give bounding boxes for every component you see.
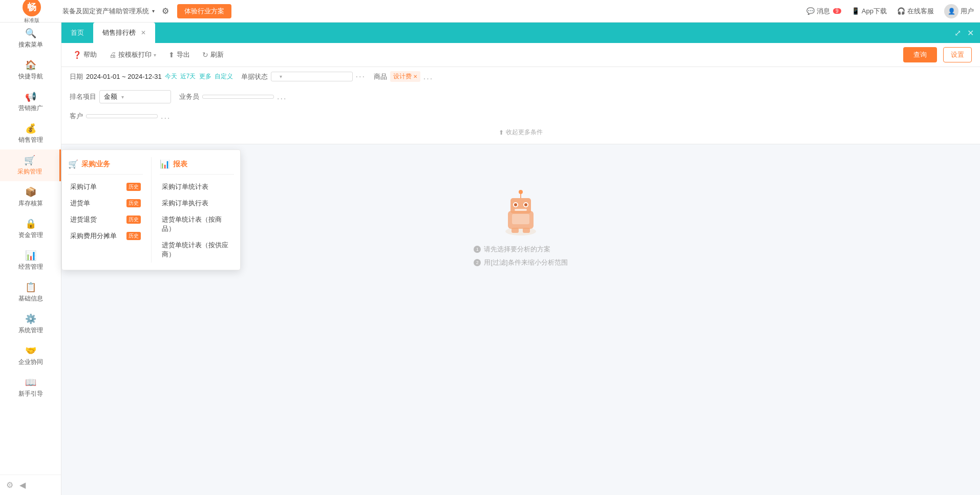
goods-dots[interactable]: ... <box>423 72 433 81</box>
print-icon: 🖨 <box>109 51 116 59</box>
report-col: 📊 报表 采购订单统计表 采购订单执行表 进货单统计表（按商品） <box>154 157 241 263</box>
purchase-order-exec-item[interactable]: 采购订单执行表 <box>160 195 235 211</box>
sidebar-collapse-icon[interactable]: ◀ <box>19 480 26 490</box>
customer-dots[interactable]: ... <box>161 112 171 121</box>
purchase-icon: 🛒 <box>24 155 35 166</box>
purchase-expense-item[interactable]: 采购费用分摊单 历史 <box>68 228 143 244</box>
purchase-order-item[interactable]: 采购订单 历史 <box>68 179 143 195</box>
sidebar-item-enterprise[interactable]: 🤝 企业协同 <box>0 340 61 372</box>
doc-status-dots[interactable]: ··· <box>356 72 366 81</box>
tab-home[interactable]: 首页 <box>61 23 93 43</box>
sidebar: 🔍 搜索菜单 🏠 快捷导航 📢 营销推广 💰 销售管理 🛒 采购管理 <box>0 23 61 495</box>
sidebar-item-inventory[interactable]: 📦 库存核算 <box>0 181 61 213</box>
export-icon: ⬆ <box>168 51 175 59</box>
purchase-order-stat-item[interactable]: 采购订单统计表 <box>160 179 235 195</box>
date-range-control[interactable]: 2024-01-01 ~ 2024-12-31 <box>86 73 162 80</box>
date-shortcut-7days[interactable]: 近7天 <box>180 72 196 81</box>
sidebar-item-nav[interactable]: 🏠 快捷导航 <box>0 54 61 86</box>
goods-return-history: 历史 <box>126 216 141 224</box>
goods-stat-by-supplier-item[interactable]: 进货单统计表（按供应商） <box>160 237 235 263</box>
guide-icon: 📖 <box>25 377 36 388</box>
title-settings-icon[interactable]: ⚙ <box>162 6 169 16</box>
svg-rect-9 <box>515 209 527 211</box>
search-icon: 🔍 <box>25 28 36 39</box>
filter-rank-value: 金额 <box>104 92 117 101</box>
empty-illustration <box>495 185 546 236</box>
sidebar-item-guide[interactable]: 📖 新手引导 <box>0 372 61 403</box>
online-service-label: 在线客服 <box>907 7 934 16</box>
filter-salesperson-control[interactable] <box>202 95 274 99</box>
sidebar-label-enterprise: 企业协同 <box>18 358 43 367</box>
sidebar-item-system[interactable]: ⚙️ 系统管理 <box>0 308 61 340</box>
purchase-dropdown-menu: 🛒 采购业务 采购订单 历史 进货单 历史 进货退货 <box>61 149 241 270</box>
report-col-label: 报表 <box>173 160 187 169</box>
goods-stat-by-goods-label: 进货单统计表（按商品） <box>162 215 232 233</box>
filter-rank-item: 排名项目 金额 ▾ <box>70 90 171 103</box>
user-item[interactable]: 👤 用户 <box>944 4 974 18</box>
export-button[interactable]: ⬆ 导出 <box>165 48 193 61</box>
business-col-title: 🛒 采购业务 <box>68 157 143 175</box>
sidebar-label-operations: 经营管理 <box>18 263 43 271</box>
business-col: 🛒 采购业务 采购订单 历史 进货单 历史 进货退货 <box>62 157 149 263</box>
filter-rank-control[interactable]: 金额 ▾ <box>99 90 171 103</box>
message-badge: 9 <box>833 8 841 14</box>
sidebar-item-sales[interactable]: 💰 销售管理 <box>0 118 61 149</box>
filter-doc-status-control[interactable]: ▾ <box>271 72 353 81</box>
goods-stat-by-goods-item[interactable]: 进货单统计表（按商品） <box>160 211 235 237</box>
date-shortcut-more[interactable]: 更多 <box>199 72 211 81</box>
online-service-item[interactable]: 🎧 在线客服 <box>897 7 934 16</box>
goods-receipt-label: 进货单 <box>70 199 90 208</box>
tab-close-all-icon[interactable]: ✕ <box>965 26 976 40</box>
inventory-icon: 📦 <box>25 186 36 198</box>
tab-close-icon[interactable]: ✕ <box>141 29 146 36</box>
sidebar-label-inventory: 库存核算 <box>18 199 43 208</box>
app-title-area: 装备及固定资产辅助管理系统 ▾ ⚙ <box>62 6 169 16</box>
report-col-icon: 📊 <box>160 159 170 169</box>
filter-goods-tag-close[interactable]: ✕ <box>413 74 417 79</box>
goods-receipt-item[interactable]: 进货单 历史 <box>68 195 143 211</box>
goods-return-label: 进货退货 <box>70 215 97 224</box>
svg-point-7 <box>514 203 517 206</box>
empty-tip-2: 2 用[过滤]条件来缩小分析范围 <box>474 258 567 267</box>
query-button[interactable]: 查询 <box>903 47 937 62</box>
sidebar-settings-icon[interactable]: ⚙ <box>6 480 13 490</box>
help-button[interactable]: ❓ 帮助 <box>70 48 100 61</box>
sidebar-item-purchase[interactable]: 🛒 采购管理 <box>0 149 61 181</box>
tab-sales-rank[interactable]: 销售排行榜 ✕ <box>93 23 155 43</box>
sidebar-bottom: ⚙ ◀ <box>0 475 61 495</box>
date-value: 2024-01-01 ~ 2024-12-31 <box>86 73 162 80</box>
empty-tip-1-text: 请先选择要分析的方案 <box>484 245 550 254</box>
sidebar-item-basic[interactable]: 📋 基础信息 <box>0 276 61 308</box>
tab-expand-icon[interactable]: ⤢ <box>952 26 963 40</box>
empty-tip-1: 1 请先选择要分析的方案 <box>474 245 567 254</box>
sidebar-item-marketing[interactable]: 📢 营销推广 <box>0 86 61 118</box>
date-shortcut-custom[interactable]: 自定义 <box>215 72 233 81</box>
title-dropdown-icon[interactable]: ▾ <box>152 8 155 14</box>
salesperson-dots[interactable]: ... <box>277 92 287 101</box>
filter-customer-control[interactable] <box>86 114 158 118</box>
purchase-order-stat-label: 采购订单统计表 <box>162 182 208 191</box>
goods-return-item[interactable]: 进货退货 历史 <box>68 211 143 228</box>
sidebar-label-basic: 基础信息 <box>18 294 43 303</box>
print-button[interactable]: 🖨 按模板打印 ▾ <box>106 48 159 61</box>
filter-salesperson-label: 业务员 <box>179 92 199 101</box>
print-dropdown-icon[interactable]: ▾ <box>154 52 156 58</box>
svg-rect-12 <box>512 214 529 224</box>
svg-rect-13 <box>512 228 519 233</box>
filter-date-item: 日期 2024-01-01 ~ 2024-12-31 今天 近7天 更多 自定义 <box>70 72 233 81</box>
svg-text:畅: 畅 <box>27 2 36 12</box>
sidebar-item-operations[interactable]: 📊 经营管理 <box>0 245 61 276</box>
message-item[interactable]: 💬 消息 9 <box>806 7 841 16</box>
sidebar-item-search[interactable]: 🔍 搜索菜单 <box>0 23 61 54</box>
settings-button[interactable]: 设置 <box>943 47 972 62</box>
phone-icon: 📱 <box>851 7 860 15</box>
date-shortcut-today[interactable]: 今天 <box>165 72 177 81</box>
industry-button[interactable]: 体验行业方案 <box>177 4 231 18</box>
filter-row-2: 排名项目 金额 ▾ 业务员 ... <box>70 86 972 107</box>
app-download-item[interactable]: 📱 App下载 <box>851 7 887 16</box>
sidebar-item-finance[interactable]: 🔒 资金管理 <box>0 213 61 245</box>
collapse-button[interactable]: ⬆ 收起更多条件 <box>499 128 543 137</box>
sidebar-label-guide: 新手引导 <box>18 390 43 398</box>
refresh-button[interactable]: ↻ 刷新 <box>199 48 227 61</box>
logo: 畅 标准版 <box>6 0 57 24</box>
